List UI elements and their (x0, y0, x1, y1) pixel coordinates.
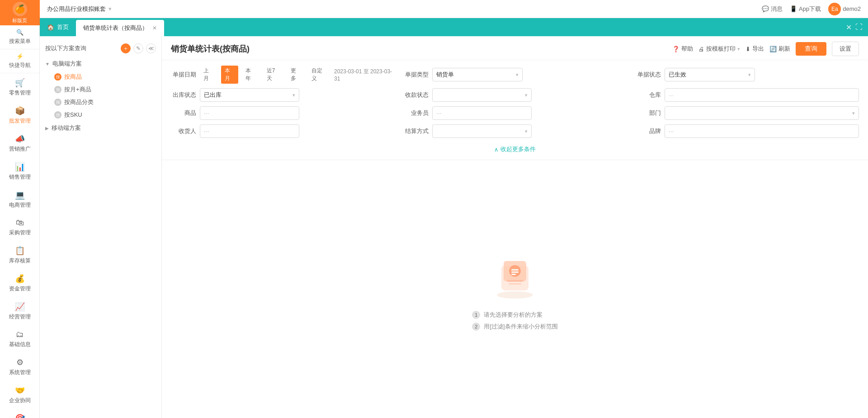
sidebar-search[interactable]: 🔍 搜索菜单 (0, 25, 39, 49)
collapse-panel-btn[interactable]: ≪ (146, 43, 156, 53)
sidebar-item-inventory[interactable]: 📋库存核算 (0, 241, 39, 269)
recvstatus-input[interactable]: ▾ (432, 88, 532, 102)
salesperson-input[interactable]: ··· (432, 106, 532, 120)
receiver-input[interactable]: ··· (200, 124, 299, 138)
breadcrumb: 办公用品行业模拟账套 ▾ (47, 5, 755, 13)
filter-date: 单据日期 上月 本月 本年 近7天 更多 自定义 2023-03-01 至 20… (171, 66, 394, 84)
date-tab-thisyear[interactable]: 本年 (242, 66, 259, 84)
filter-row-4: 收货人 ··· 结算方式 ▾ (171, 124, 859, 138)
date-tab-lastmonth[interactable]: 上月 (200, 66, 217, 84)
product-dots[interactable]: ··· (204, 109, 209, 117)
type-input[interactable]: 销货单 ▾ (432, 68, 523, 81)
empty-illustration (488, 247, 542, 302)
sidebar-item-basic[interactable]: 🗂基础信息 (0, 325, 39, 353)
appdownload-btn[interactable]: 📱 App下载 (790, 5, 821, 13)
tree-child-bysku[interactable]: 按 按SKU (40, 109, 161, 121)
hint-num-1: 1 (472, 311, 480, 319)
sidebar-item-sales[interactable]: 📊销售管理 (0, 157, 39, 185)
filter-status: 单据状态 已生效 ▾ (636, 68, 859, 81)
product-input[interactable]: ··· (200, 106, 299, 120)
retail-label: 零售管理 (9, 89, 31, 97)
edit-scheme-btn[interactable]: ✎ (133, 43, 143, 53)
operation-label: 经营管理 (9, 313, 31, 321)
sidebar-item-purchase[interactable]: 🛍采购管理 (0, 214, 39, 241)
sidebar-item-ecom[interactable]: 💻电商管理 (0, 185, 39, 214)
department-input[interactable]: ▾ (665, 106, 859, 120)
recvstatus-label: 收款状态 (403, 91, 429, 99)
sidebar-item-finance[interactable]: 💰资金管理 (0, 269, 39, 297)
date-tab-custom[interactable]: 自定义 (308, 66, 330, 84)
tree-child-bymonth[interactable]: 按 按月+商品 (40, 83, 161, 96)
payment-input[interactable]: ▾ (432, 124, 532, 138)
tree-mobile-expand-icon: ▶ (45, 126, 49, 131)
brand-label: 品牌 (636, 127, 661, 135)
outstatus-input[interactable]: 已出库 ▾ (200, 88, 299, 102)
department-label: 部门 (636, 109, 661, 117)
brand-input[interactable]: ··· (665, 124, 859, 138)
date-tab-more[interactable]: 更多 (287, 66, 305, 84)
messages-btn[interactable]: 💬 消息 (762, 5, 783, 13)
sidebar-item-enterprise[interactable]: 🤝企业协同 (0, 381, 39, 409)
filter-product: 商品 ··· (171, 106, 394, 120)
sidebar-item-retail[interactable]: 🛒零售管理 (0, 73, 39, 101)
add-scheme-btn[interactable]: ＋ (121, 43, 131, 53)
brand-dots[interactable]: ··· (669, 128, 674, 135)
svg-rect-9 (509, 283, 521, 285)
tree-mobile-parent[interactable]: ▶ 移动端方案 (40, 121, 161, 135)
help-btn[interactable]: ❓ 帮助 (672, 45, 693, 53)
salesperson-dots[interactable]: ··· (436, 109, 442, 117)
tree-pc-parent[interactable]: ▼ 电脑端方案 (40, 57, 161, 71)
maximize-icon[interactable]: ⛶ (855, 23, 863, 32)
filter-row-1: 单据日期 上月 本月 本年 近7天 更多 自定义 2023-03-01 至 20… (171, 66, 859, 84)
warehouse-input[interactable]: ··· (665, 88, 859, 102)
tree-pc-section: ▼ 电脑端方案 按 按商品 按 按月+商品 按 按商品分类 按 按SKU (40, 57, 161, 121)
status-value: 已生效 (669, 71, 686, 79)
empty-hint-1: 1 请先选择要分析的方案 (472, 311, 557, 319)
tab-maximize: ✕ ⛶ (846, 23, 868, 32)
close-window-icon[interactable]: ✕ (846, 23, 852, 32)
breadcrumb-arrow: ▾ (108, 5, 112, 12)
sidebar-logo[interactable]: 🍊 标版页 (0, 0, 40, 25)
tree-child-bycategory[interactable]: 按 按商品分类 (40, 96, 161, 109)
setting-button[interactable]: 设置 (832, 42, 859, 56)
basic-label: 基础信息 (9, 341, 31, 348)
finance-label: 资金管理 (9, 285, 31, 293)
query-button[interactable]: 查询 (796, 42, 826, 56)
date-tab-7days[interactable]: 近7天 (263, 66, 283, 84)
date-tab-thismonth[interactable]: 本月 (221, 66, 239, 84)
breadcrumb-text: 办公用品行业模拟账套 (47, 5, 106, 13)
sidebar-item-wholesale[interactable]: 📦批发管理 (0, 101, 39, 129)
outstatus-arrow-icon: ▾ (292, 92, 295, 98)
print-btn[interactable]: 🖨 按模板打印 ▾ (698, 45, 740, 53)
collapse-btn[interactable]: ∧ 收起更多条件 (494, 145, 536, 153)
page-header: 销货单统计表(按商品) ❓ 帮助 🖨 按模板打印 ▾ ⬇ 导出 (162, 36, 868, 60)
empty-state: 1 请先选择要分析的方案 2 用[过滤]条件来缩小分析范围 (162, 160, 868, 418)
right-panel: 销货单统计表(按商品) ❓ 帮助 🖨 按模板打印 ▾ ⬇ 导出 (162, 36, 868, 418)
sidebar-item-marketing[interactable]: 📣营销推广 (0, 129, 39, 157)
sidebar-item-newbie[interactable]: 🎯新手引导 (0, 409, 39, 418)
refresh-btn[interactable]: 🔄 刷新 (769, 45, 790, 53)
finance-icon: 💰 (15, 274, 25, 284)
tab-close-icon[interactable]: ✕ (152, 25, 157, 31)
filter-salesperson: 业务员 ··· (403, 106, 627, 120)
status-input[interactable]: 已生效 ▾ (665, 68, 755, 81)
filter-type: 单据类型 销货单 ▾ (403, 68, 627, 81)
basic-icon: 🗂 (16, 330, 24, 339)
payment-label: 结算方式 (403, 127, 429, 135)
sidebar-item-system[interactable]: ⚙系统管理 (0, 353, 39, 381)
tab-salesreport[interactable]: 销货单统计表（按商品） ✕ (76, 20, 164, 36)
receiver-label: 收货人 (171, 127, 196, 135)
tree-child-byproduct[interactable]: 按 按商品 (40, 71, 161, 83)
sidebar-search-label: 搜索菜单 (9, 38, 31, 45)
user-btn[interactable]: Ea demo2 (828, 3, 861, 15)
empty-hint-2: 2 用[过滤]条件来缩小分析范围 (472, 323, 557, 331)
ecom-icon: 💻 (15, 190, 25, 200)
wholesale-label: 批发管理 (9, 117, 31, 125)
export-btn[interactable]: ⬇ 导出 (745, 45, 764, 53)
sidebar-quicknav[interactable]: ⚡ 快捷导航 (0, 49, 39, 73)
tab-home[interactable]: 🏠 首页 (40, 18, 76, 36)
phone-icon: 📱 (790, 5, 797, 12)
sidebar-item-operation[interactable]: 📈经营管理 (0, 297, 39, 325)
search-icon: 🔍 (16, 29, 24, 36)
receiver-dots[interactable]: ··· (204, 128, 209, 135)
